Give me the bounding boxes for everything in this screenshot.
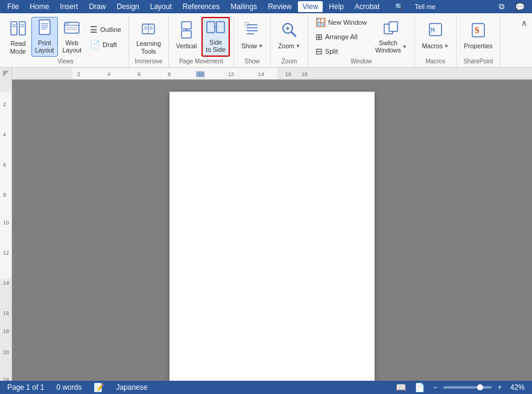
zoom-slider-thumb[interactable]	[477, 384, 483, 390]
restore-button[interactable]: ⧉	[494, 1, 509, 13]
properties-label: Properties	[464, 42, 493, 50]
draft-button[interactable]: 📄 Draft	[86, 38, 125, 51]
word-count-status[interactable]: 0 words	[54, 383, 84, 392]
status-bar: Page 1 of 1 0 words 📝 Japanese 📖 📄 − + 4…	[0, 381, 532, 394]
svg-rect-39	[389, 22, 397, 31]
print-layout-label: Print Layout	[35, 39, 54, 54]
menu-help[interactable]: Help	[324, 1, 349, 12]
macros-button[interactable]: M Macros ▼	[419, 17, 452, 57]
ribbon-group-sharepoint: S Properties SharePoint	[457, 16, 501, 67]
collapse-ribbon-button[interactable]: ∧	[521, 18, 527, 28]
draft-icon: 📄	[90, 40, 100, 49]
outline-button[interactable]: ☰ Outline	[86, 23, 125, 36]
horizontal-ruler-container: 2 4 6 8 10 12 14 16 18	[0, 68, 532, 80]
learning-tools-label: Learning Tools	[136, 40, 161, 55]
svg-text:8: 8	[3, 192, 6, 198]
svg-rect-23	[182, 22, 191, 29]
ribbon-group-window: 🪟 New Window ⊞ Arrange All ⊟ Split	[308, 16, 415, 67]
vertical-icon	[180, 19, 193, 41]
menu-file[interactable]: File	[2, 1, 24, 12]
menu-insert[interactable]: Insert	[55, 1, 83, 12]
properties-button[interactable]: S Properties	[460, 17, 496, 57]
ruler-corner	[0, 68, 12, 80]
zoom-icon	[281, 19, 298, 41]
svg-line-35	[291, 32, 296, 36]
switch-windows-button[interactable]: Switch Windows ▼	[372, 17, 411, 57]
menu-review[interactable]: Review	[263, 1, 296, 12]
zoom-percent-status[interactable]: 42%	[508, 383, 527, 392]
svg-rect-24	[182, 31, 191, 38]
page-count-status[interactable]: Page 1 of 1	[5, 383, 46, 392]
arrange-all-label: Arrange All	[325, 33, 358, 40]
track-changes-icon[interactable]: 📝	[91, 383, 106, 392]
zoom-percent-label: 42%	[510, 383, 525, 392]
vertical-ruler: 2 4 6 8 10 12 14 16 18 20 24	[0, 80, 12, 381]
zoom-slider[interactable]	[443, 386, 492, 389]
split-button[interactable]: ⊟ Split	[312, 45, 370, 58]
zoom-out-button[interactable]: −	[431, 383, 440, 392]
svg-text:12: 12	[228, 71, 234, 77]
svg-text:16: 16	[285, 71, 291, 77]
horizontal-ruler: 2 4 6 8 10 12 14 16 18	[12, 68, 532, 79]
svg-text:6: 6	[3, 162, 6, 168]
menu-view[interactable]: View	[298, 1, 323, 12]
document-canvas[interactable]	[12, 80, 532, 381]
learning-tools-button[interactable]: Learning Tools	[133, 17, 165, 57]
web-layout-icon	[63, 19, 80, 38]
word-document-page	[169, 92, 375, 381]
menu-references[interactable]: References	[178, 1, 224, 12]
svg-text:2: 2	[3, 101, 6, 107]
menu-design[interactable]: Design	[112, 1, 144, 12]
macros-label: Macros	[422, 42, 443, 50]
svg-text:4: 4	[3, 132, 6, 138]
web-layout-button[interactable]: Web Layout	[59, 17, 86, 57]
menu-layout[interactable]: Layout	[145, 1, 177, 12]
side-to-side-label: Side to Side	[206, 39, 226, 54]
properties-icon: S	[470, 19, 487, 41]
outline-draft-group: ☰ Outline 📄 Draft	[86, 17, 125, 57]
zoom-plus-label: +	[498, 383, 502, 392]
read-mode-label: Read Mode	[10, 40, 26, 55]
search-icon: 🔍	[390, 2, 408, 12]
draft-label: Draft	[103, 41, 117, 48]
reading-mode-icon[interactable]: 📖	[393, 383, 408, 392]
ribbon-group-page-movement: Vertical Side to Side Page Movement	[169, 16, 234, 67]
menu-draw[interactable]: Draw	[84, 1, 110, 12]
zoom-button[interactable]: Zoom ▼	[274, 17, 304, 57]
comment-button[interactable]: 💬	[510, 1, 530, 13]
svg-point-13	[66, 24, 67, 25]
side-to-side-icon	[206, 20, 226, 37]
show-button[interactable]: Show ▼	[238, 17, 267, 57]
menu-acrobat[interactable]: Acrobat	[350, 1, 384, 12]
new-window-label: New Window	[328, 19, 367, 26]
immersive-group-label: Immersive	[135, 58, 162, 66]
side-to-side-button[interactable]: Side to Side	[201, 17, 230, 57]
page-movement-group-label: Page Movement	[179, 58, 223, 66]
zoom-in-button[interactable]: +	[495, 383, 504, 392]
menu-mailings[interactable]: Mailings	[226, 1, 262, 12]
svg-text:24: 24	[3, 377, 9, 381]
views-group-label: Views	[57, 58, 74, 66]
new-window-button[interactable]: 🪟 New Window	[312, 16, 370, 29]
zoom-group-label: Zoom	[282, 58, 297, 66]
print-layout-status-icon[interactable]: 📄	[412, 383, 427, 392]
svg-text:12: 12	[3, 250, 9, 256]
macros-arrow-icon: ▼	[444, 43, 449, 49]
svg-rect-45	[72, 68, 277, 79]
switch-windows-arrow-icon: ▼	[402, 44, 407, 49]
svg-rect-33	[245, 22, 249, 26]
arrange-all-button[interactable]: ⊞ Arrange All	[312, 30, 370, 43]
show-arrow-icon: ▼	[258, 43, 263, 49]
tell-me-input[interactable]: Tell me	[410, 2, 440, 11]
vertical-button[interactable]: Vertical	[173, 17, 200, 57]
svg-rect-0	[11, 22, 17, 35]
language-status[interactable]: Japanese	[113, 383, 150, 392]
read-mode-button[interactable]: Read Mode	[6, 17, 30, 57]
menu-home[interactable]: Home	[25, 1, 54, 12]
svg-text:S: S	[475, 26, 480, 35]
print-layout-button[interactable]: Print Layout	[31, 17, 58, 57]
svg-text:18: 18	[3, 328, 9, 334]
switch-windows-icon	[383, 19, 399, 38]
svg-rect-27	[217, 22, 224, 33]
zoom-minus-label: −	[433, 383, 437, 392]
